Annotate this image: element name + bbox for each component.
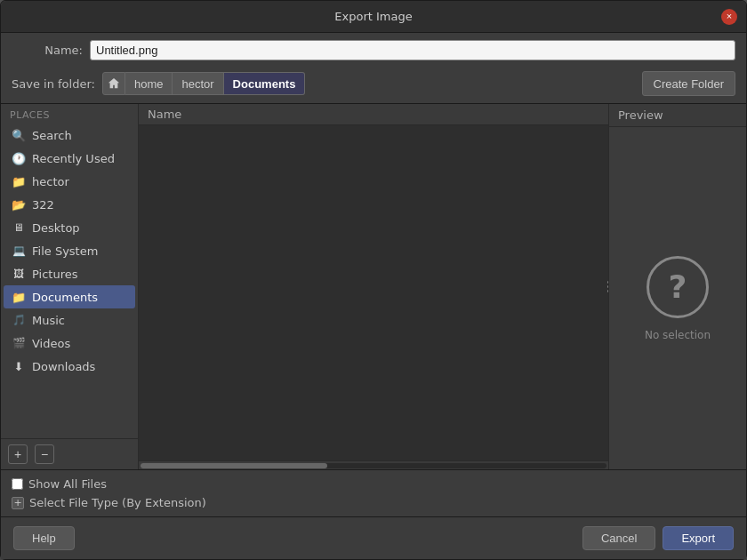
name-input[interactable] (90, 40, 735, 60)
no-selection-icon: ? (647, 256, 709, 318)
breadcrumb-documents[interactable]: Documents (224, 72, 306, 95)
scrollbar-track (141, 463, 606, 468)
file-pane: Name (139, 104, 608, 469)
sidebar-item-label: Documents (32, 291, 98, 304)
folder-icon (11, 289, 27, 305)
breadcrumb-home[interactable]: home (125, 72, 173, 95)
remove-bookmark-button[interactable]: − (35, 444, 54, 464)
resize-dot (607, 281, 609, 284)
filesystem-icon (11, 243, 27, 259)
export-button[interactable]: Export (663, 526, 734, 550)
pictures-icon (11, 266, 27, 282)
sidebar-item-downloads[interactable]: Downloads (4, 355, 135, 378)
sidebar-item-desktop[interactable]: Desktop (4, 216, 135, 239)
sidebar-item-label: File System (32, 244, 98, 258)
sidebar-item-label: Search (32, 129, 72, 142)
show-all-files-checkbox[interactable] (12, 478, 23, 490)
name-row: Name: (1, 33, 746, 68)
cancel-button[interactable]: Cancel (582, 526, 655, 550)
music-icon (11, 312, 27, 328)
preview-title: Preview (609, 104, 746, 127)
add-bookmark-button[interactable]: + (8, 444, 28, 464)
sidebar-item-videos[interactable]: Videos (4, 332, 135, 355)
create-folder-button[interactable]: Create Folder (642, 71, 735, 96)
right-buttons: Cancel Export (582, 526, 734, 550)
sidebar-footer: + − (1, 438, 138, 469)
search-icon (11, 127, 27, 143)
select-file-type-row: + Select File Type (By Extension) (12, 496, 735, 509)
main-area: Places Search Recently Used hector 322 D… (1, 103, 746, 469)
show-all-files-row: Show All Files (12, 477, 735, 491)
resize-dot (607, 285, 609, 288)
show-all-files-label[interactable]: Show All Files (28, 477, 107, 491)
scrollbar-thumb (141, 463, 327, 468)
select-file-type-label: Select File Type (By Extension) (29, 496, 206, 509)
dialog-title: Export Image (334, 10, 412, 23)
file-pane-header: Name (139, 104, 608, 125)
folder-row: Save in folder: home hector Documents Cr… (1, 68, 746, 103)
sidebar-item-label: Downloads (32, 360, 95, 373)
sidebar-item-search[interactable]: Search (4, 124, 135, 147)
sidebar-item-recently-used[interactable]: Recently Used (4, 147, 135, 170)
sidebar-item-322[interactable]: 322 (4, 193, 135, 216)
sidebar-item-pictures[interactable]: Pictures (4, 262, 135, 285)
expand-icon[interactable]: + (12, 497, 24, 509)
resize-handle[interactable] (605, 278, 608, 296)
sidebar-item-label: Videos (32, 337, 70, 350)
sidebar-item-label: 322 (32, 198, 54, 212)
sidebar-item-label: hector (32, 175, 69, 188)
sidebar-item-hector[interactable]: hector (4, 170, 135, 193)
no-selection-text: No selection (645, 329, 711, 341)
sidebar-item-label: Desktop (32, 221, 80, 235)
titlebar: Export Image × (1, 1, 746, 33)
export-image-dialog: Export Image × Name: Save in folder: hom… (0, 0, 747, 560)
downloads-icon (11, 358, 27, 374)
bottom-bar: Show All Files + Select File Type (By Ex… (1, 469, 746, 516)
file-list[interactable] (139, 125, 608, 460)
videos-icon (11, 335, 27, 351)
folder-icon (11, 173, 27, 189)
home-icon[interactable] (102, 72, 125, 95)
sidebar: Places Search Recently Used hector 322 D… (1, 104, 139, 469)
breadcrumb-hector[interactable]: hector (173, 72, 223, 95)
close-button[interactable]: × (721, 9, 737, 25)
help-button[interactable]: Help (13, 526, 75, 550)
sidebar-item-documents[interactable]: Documents (4, 285, 135, 308)
sidebar-item-music[interactable]: Music (4, 308, 135, 332)
horizontal-scrollbar[interactable] (139, 460, 608, 469)
name-column-header: Name (148, 108, 181, 121)
folder-label: Save in folder: (12, 77, 95, 91)
desktop-icon (11, 220, 27, 236)
name-label: Name: (12, 44, 83, 57)
sidebar-item-filesystem[interactable]: File System (4, 239, 135, 262)
preview-pane: Preview ? No selection (608, 104, 746, 469)
preview-body: ? No selection (609, 127, 746, 469)
places-label: Places (1, 104, 138, 124)
resize-dot (607, 290, 609, 292)
breadcrumb-area: home hector Documents (102, 72, 639, 95)
folder-special-icon (11, 196, 27, 212)
action-bar: Help Cancel Export (1, 516, 746, 559)
sidebar-item-label: Recently Used (32, 152, 115, 165)
sidebar-item-label: Music (32, 314, 65, 327)
recent-icon (11, 150, 27, 166)
sidebar-item-label: Pictures (32, 268, 77, 281)
